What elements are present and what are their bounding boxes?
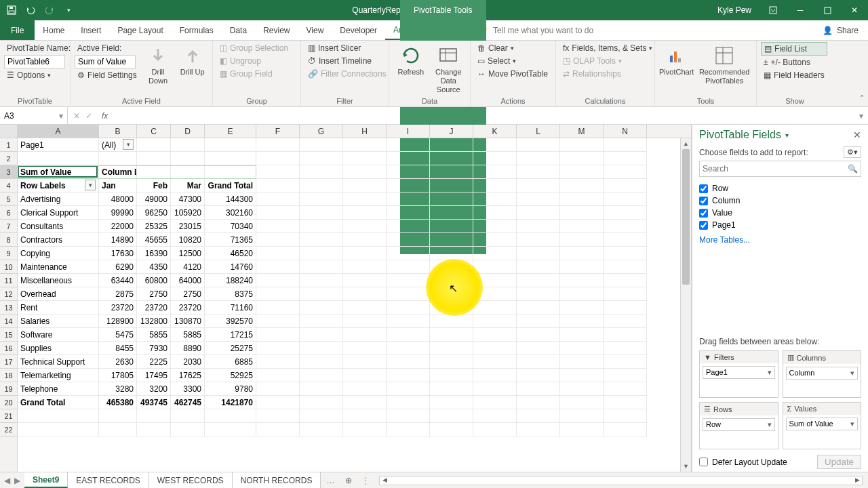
cell[interactable] [256,342,300,355]
cell[interactable]: 47300 [171,192,205,206]
cell[interactable] [205,423,256,436]
cell[interactable]: 493745 [137,396,171,409]
cell[interactable] [18,423,99,436]
cell[interactable] [560,165,604,179]
cell[interactable] [430,233,473,247]
cell[interactable] [604,220,647,233]
cell[interactable] [171,138,205,152]
cell[interactable] [473,220,517,233]
cell[interactable] [256,152,300,165]
cell[interactable]: 4120 [171,260,205,274]
cell[interactable] [604,192,647,206]
cell[interactable]: 105920 [171,206,205,220]
field-checkbox[interactable] [699,209,708,218]
field-item-page1[interactable]: Page1 [699,219,861,231]
col-head-N[interactable]: N [604,125,647,138]
cell[interactable] [473,328,517,342]
cell[interactable] [300,396,343,409]
cell[interactable]: 64000 [171,274,205,287]
field-settings-button[interactable]: ⚙Field Settings [75,69,140,81]
cell[interactable] [343,233,387,247]
area-values[interactable]: ΣValuesSum of Value▾ [783,402,862,449]
cell[interactable] [517,396,560,409]
cell[interactable]: Technical Support [18,355,99,369]
row-head-11[interactable]: 11 [0,274,17,287]
maximize-icon[interactable] [814,0,841,20]
cell[interactable] [560,369,604,382]
cell[interactable]: 6290 [99,260,137,274]
namebox-dropdown-icon[interactable]: ▾ [59,111,63,121]
col-head-G[interactable]: G [300,125,343,138]
col-head-D[interactable]: D [171,125,205,138]
sheet-tab-sheet9[interactable]: Sheet9 [24,472,68,488]
tab-developer[interactable]: Developer [332,20,385,40]
cell[interactable] [300,206,343,220]
cell[interactable]: 70340 [205,220,256,233]
cell[interactable] [256,328,300,342]
cell[interactable] [430,206,473,220]
cell[interactable] [387,192,430,206]
cell[interactable]: 462745 [171,396,205,409]
pivotchart-button[interactable]: PivotChart [659,42,694,77]
cell[interactable] [137,423,171,436]
cell[interactable] [473,287,517,301]
new-sheet-icon[interactable]: ⊕ [340,476,357,485]
cell[interactable] [430,409,473,423]
cell[interactable] [517,233,560,247]
cell[interactable]: 22000 [99,220,137,233]
spreadsheet-grid[interactable]: ABCDEFGHIJKLMN 1234567891011121314151617… [0,125,692,472]
share-button[interactable]: 👤Share [813,26,868,35]
clear-button[interactable]: 🗑Clear▾ [475,42,551,54]
cell[interactable] [560,396,604,409]
cell[interactable] [300,328,343,342]
cell[interactable] [256,179,300,192]
cell[interactable]: Advertising [18,192,99,206]
cell[interactable] [18,152,99,165]
cell[interactable] [517,260,560,274]
field-search-input[interactable] [703,164,848,174]
cell[interactable] [560,179,604,192]
columns-item[interactable]: Column▾ [786,367,859,380]
cell[interactable]: 8455 [99,342,137,355]
cell[interactable] [604,179,647,192]
cell[interactable] [604,369,647,382]
cell[interactable] [387,179,430,192]
tab-view[interactable]: View [298,20,332,40]
cell[interactable] [387,396,430,409]
more-tables-link[interactable]: More Tables... [699,235,861,245]
cell[interactable] [473,247,517,260]
cell[interactable] [300,314,343,328]
horizontal-scrollbar[interactable]: ◀▶ [379,476,863,485]
cell[interactable] [560,355,604,369]
cell[interactable] [205,138,256,152]
cell[interactable] [256,396,300,409]
cell[interactable]: 8890 [171,342,205,355]
cell[interactable] [343,301,387,314]
cell[interactable] [300,409,343,423]
cell[interactable] [560,301,604,314]
cell[interactable] [517,355,560,369]
cell[interactable] [256,206,300,220]
col-head-K[interactable]: K [473,125,517,138]
cell[interactable] [137,138,171,152]
cell[interactable] [430,328,473,342]
cell[interactable] [430,342,473,355]
select-button[interactable]: ▭Select▾ [475,55,551,67]
row-head-8[interactable]: 8 [0,233,17,247]
fieldpane-dropdown-icon[interactable]: ▾ [785,131,789,139]
cell[interactable]: 12500 [171,247,205,260]
cell[interactable]: 6885 [205,355,256,369]
cell[interactable] [517,342,560,355]
cell[interactable] [300,342,343,355]
close-pane-icon[interactable]: ✕ [853,129,861,140]
cell[interactable]: Mar [171,179,205,192]
cell[interactable]: Copying [18,247,99,260]
cell[interactable]: Supplies [18,342,99,355]
undo-icon[interactable] [24,4,37,16]
cell[interactable] [473,314,517,328]
cell[interactable]: 130870 [171,314,205,328]
tab-data[interactable]: Data [222,20,255,40]
cell[interactable]: 17625 [171,369,205,382]
cell[interactable] [256,220,300,233]
cell[interactable]: 302160 [205,206,256,220]
